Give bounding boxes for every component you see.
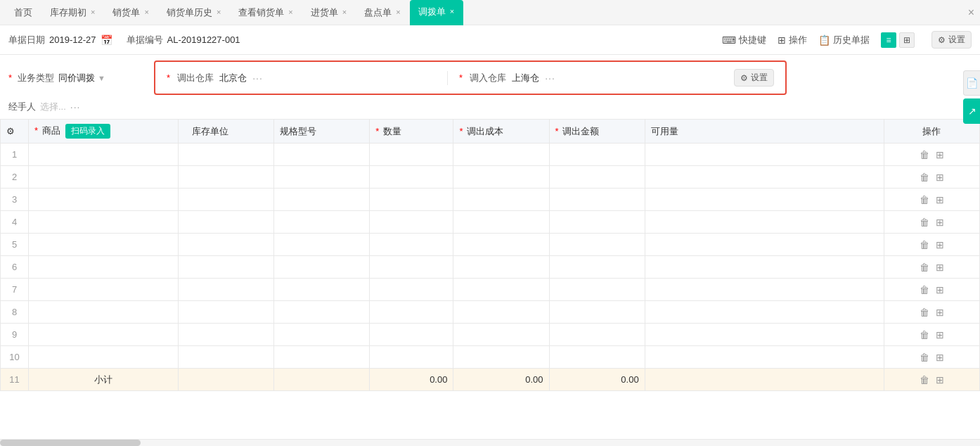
row-cost[interactable] [453, 189, 549, 211]
calendar-icon[interactable]: 📅 [101, 34, 112, 46]
row-unit[interactable] [179, 234, 274, 256]
row-cost[interactable] [453, 346, 549, 369]
tab-inventory[interactable]: 盘点单 × [356, 0, 409, 25]
row-copy-icon[interactable]: ⊞ [936, 149, 944, 160]
row-qty[interactable] [370, 279, 453, 301]
row-delete-icon[interactable]: 🗑 [920, 329, 929, 340]
row-copy-icon[interactable]: ⊞ [936, 307, 944, 318]
row-delete-icon[interactable]: 🗑 [920, 172, 929, 183]
row-spec[interactable] [274, 346, 370, 369]
tab-stock-init[interactable]: 库存期初 × [41, 0, 104, 25]
row-product[interactable] [29, 324, 179, 346]
layout-list-button[interactable]: ≡ [881, 32, 896, 48]
row-amount[interactable] [549, 346, 645, 369]
row-copy-icon[interactable]: ⊞ [936, 239, 944, 250]
row-unit[interactable] [179, 279, 274, 301]
row-copy-icon[interactable]: ⊞ [936, 172, 944, 183]
tab-stock-init-close[interactable]: × [91, 8, 95, 16]
row-copy-icon[interactable]: ⊞ [936, 284, 944, 295]
row-copy-icon[interactable]: ⊞ [936, 194, 944, 205]
row-copy-icon[interactable]: ⊞ [936, 352, 944, 363]
tab-purchase[interactable]: 进货单 × [302, 0, 356, 25]
sidebar-doc-button[interactable]: 📄 [963, 70, 980, 96]
row-delete-icon[interactable]: 🗑 [920, 194, 929, 205]
row-spec[interactable] [274, 324, 370, 346]
operator-value[interactable]: 选择... [40, 101, 66, 113]
tab-transfer[interactable]: 调拨单 × [410, 0, 463, 25]
row-amount[interactable] [549, 166, 645, 189]
row-unit[interactable] [179, 166, 274, 189]
row-delete-icon[interactable]: 🗑 [920, 284, 929, 295]
tab-sales-history[interactable]: 销货单历史 × [158, 0, 230, 25]
history-button[interactable]: 📋 历史单据 [818, 34, 870, 46]
row-copy-icon[interactable]: ⊞ [936, 329, 944, 340]
row-product[interactable] [29, 234, 179, 256]
row-cost[interactable] [453, 256, 549, 279]
row-delete-icon[interactable]: 🗑 [920, 352, 929, 363]
row-amount[interactable] [549, 144, 645, 166]
row-delete-icon[interactable]: 🗑 [920, 307, 929, 318]
shortcut-button[interactable]: ⌨ 快捷键 [722, 34, 766, 46]
sidebar-expand-button[interactable]: ↗ [963, 98, 980, 124]
row-copy-icon[interactable]: ⊞ [936, 217, 944, 228]
row-product[interactable] [29, 166, 179, 189]
row-spec[interactable] [274, 144, 370, 166]
row-cost[interactable] [453, 301, 549, 324]
row-product[interactable] [29, 256, 179, 279]
tab-sales-history-close[interactable]: × [217, 8, 221, 16]
operation-button[interactable]: ⊞ 操作 [778, 34, 807, 46]
row-spec[interactable] [274, 189, 370, 211]
row-amount[interactable] [549, 189, 645, 211]
row-unit[interactable] [179, 301, 274, 324]
row-product[interactable] [29, 189, 179, 211]
tab-inventory-close[interactable]: × [396, 8, 400, 16]
row-product[interactable] [29, 301, 179, 324]
warehouse-out-more-icon[interactable]: ··· [252, 72, 263, 84]
row-delete-icon[interactable]: 🗑 [920, 262, 929, 273]
row-spec[interactable] [274, 234, 370, 256]
row-qty[interactable] [370, 234, 453, 256]
row-copy-icon[interactable]: ⊞ [936, 374, 944, 386]
window-close-button[interactable]: × [968, 6, 974, 19]
operator-more-icon[interactable]: ··· [70, 101, 81, 113]
row-cost[interactable] [453, 324, 549, 346]
tab-home[interactable]: 首页 [6, 0, 41, 25]
row-copy-icon[interactable]: ⊞ [936, 262, 944, 273]
row-qty[interactable] [370, 324, 453, 346]
row-spec[interactable] [274, 256, 370, 279]
th-gear[interactable]: ⚙ [1, 120, 29, 144]
warehouse-settings-button[interactable]: ⚙ 设置 [734, 69, 774, 87]
tab-transfer-close[interactable]: × [450, 8, 454, 15]
tab-view-sales-close[interactable]: × [288, 8, 292, 16]
row-qty[interactable] [370, 144, 453, 166]
row-product[interactable] [29, 211, 179, 234]
tab-sales-order-close[interactable]: × [144, 8, 148, 16]
row-qty[interactable] [370, 166, 453, 189]
row-product[interactable] [29, 279, 179, 301]
row-amount[interactable] [549, 279, 645, 301]
layout-grid-button[interactable]: ⊞ [899, 32, 915, 48]
row-spec[interactable] [274, 166, 370, 189]
row-qty[interactable] [370, 301, 453, 324]
scan-button[interactable]: 扫码录入 [65, 124, 110, 139]
row-cost[interactable] [453, 279, 549, 301]
row-cost[interactable] [453, 166, 549, 189]
row-spec[interactable] [274, 211, 370, 234]
row-unit[interactable] [179, 189, 274, 211]
row-cost[interactable] [453, 144, 549, 166]
settings-button[interactable]: ⚙ 设置 [931, 31, 972, 49]
row-qty[interactable] [370, 256, 453, 279]
row-unit[interactable] [179, 346, 274, 369]
row-delete-icon[interactable]: 🗑 [920, 217, 929, 228]
row-qty[interactable] [370, 346, 453, 369]
row-unit[interactable] [179, 211, 274, 234]
row-delete-icon[interactable]: 🗑 [920, 239, 929, 250]
row-cost[interactable] [453, 234, 549, 256]
row-product[interactable] [29, 346, 179, 369]
row-unit[interactable] [179, 324, 274, 346]
bottom-scrollbar[interactable] [0, 439, 980, 446]
row-amount[interactable] [549, 234, 645, 256]
tab-view-sales[interactable]: 查看销货单 × [230, 0, 302, 25]
row-unit[interactable] [179, 144, 274, 166]
row-amount[interactable] [549, 324, 645, 346]
